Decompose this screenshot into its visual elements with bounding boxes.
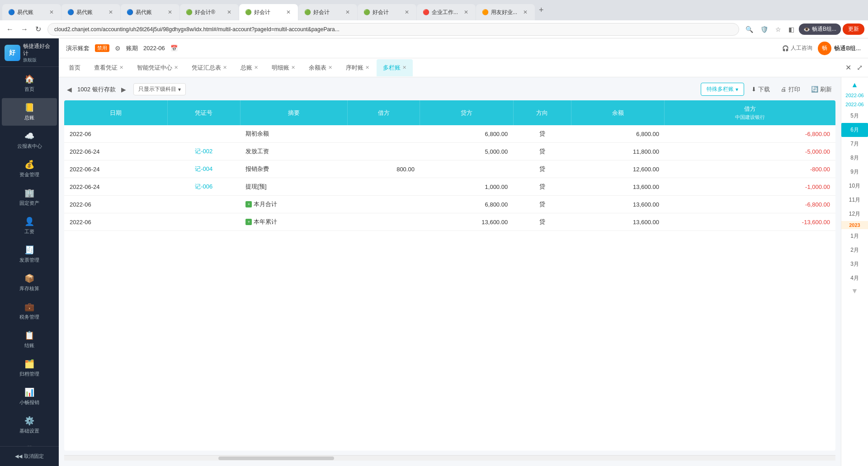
- app-tab-close-3[interactable]: ✕: [223, 65, 227, 71]
- month-7[interactable]: 7月: [841, 137, 868, 151]
- browser-tab-8[interactable]: 🟠 用友好业... ✕: [476, 4, 535, 20]
- month-5[interactable]: 5月: [841, 109, 868, 123]
- voucher-link[interactable]: 记-004: [167, 160, 240, 178]
- url-input[interactable]: [47, 23, 739, 36]
- horizontal-scrollbar[interactable]: [64, 455, 835, 461]
- sidebar-item-首页[interactable]: 🏠 首页: [2, 70, 57, 97]
- unpin-button[interactable]: ◀◀ 取消固定: [2, 450, 57, 462]
- browser-tab-7[interactable]: 🔴 企业工作... ✕: [417, 4, 476, 20]
- account-next-button[interactable]: ▶: [118, 85, 129, 94]
- sidebar-icon[interactable]: ◧: [786, 24, 797, 35]
- refresh-button[interactable]: 🔄 刷新: [807, 84, 835, 95]
- tab-favicon-3: 🟢: [185, 9, 193, 16]
- app-tab-close-8[interactable]: ✕: [402, 65, 406, 71]
- browser-tab-4[interactable]: 🟢 好会计 ✕: [239, 4, 298, 20]
- tab-close-5[interactable]: ✕: [344, 8, 352, 16]
- tab-close-7[interactable]: ✕: [462, 8, 470, 16]
- app-tab-3[interactable]: 凭证汇总表✕: [185, 59, 233, 76]
- stealth-mode-button[interactable]: 👁️ 畅通B组...: [799, 24, 841, 35]
- company-name: 演示账套: [66, 44, 90, 52]
- app-tab-close-7[interactable]: ✕: [365, 65, 369, 71]
- app-tab-0[interactable]: 首页: [62, 59, 87, 76]
- cell-debit: [347, 143, 420, 160]
- nav-icon-0: 🏠: [24, 74, 34, 84]
- new-tab-button[interactable]: +: [535, 5, 547, 15]
- app-tab-close-1[interactable]: ✕: [119, 65, 123, 71]
- app-tab-close-4[interactable]: ✕: [254, 65, 258, 71]
- sidebar-item-发票管理[interactable]: 🧾 发票管理: [2, 240, 57, 268]
- sidebar-item-总账[interactable]: 📒 总账: [2, 98, 57, 126]
- month-9[interactable]: 9月: [841, 165, 868, 179]
- month-11[interactable]: 11月: [841, 193, 868, 207]
- browser-tab-1[interactable]: 🔵 易代账 ✕: [61, 4, 120, 20]
- shield-icon[interactable]: 🛡️: [758, 24, 771, 35]
- app-tab-close-2[interactable]: ✕: [174, 65, 178, 71]
- print-button[interactable]: 🖨 打印: [777, 84, 804, 95]
- app-tab-7[interactable]: 序时账✕: [340, 59, 376, 76]
- app-tab-2[interactable]: 智能凭证中心✕: [131, 59, 184, 76]
- calendar-icon[interactable]: 📅: [170, 45, 178, 52]
- app-tab-8[interactable]: 多栏账✕: [377, 59, 413, 76]
- search-icon[interactable]: 🔍: [743, 24, 756, 35]
- special-multicolumn-button[interactable]: 特殊多栏账 ▾: [701, 83, 744, 96]
- expand-panel-button[interactable]: ⤢: [855, 61, 864, 74]
- app-tab-6[interactable]: 余额表✕: [302, 59, 339, 76]
- month-up-button[interactable]: ▲: [849, 79, 860, 91]
- reload-button[interactable]: ↻: [33, 23, 44, 35]
- close-panel-button[interactable]: ✕: [844, 61, 853, 74]
- tab-close-6[interactable]: ✕: [403, 8, 411, 16]
- sidebar-item-新手引导[interactable]: 📖 新手引导: [2, 440, 57, 446]
- app-tab-close-6[interactable]: ✕: [328, 65, 332, 71]
- account-prev-button[interactable]: ◀: [64, 85, 75, 94]
- sidebar-item-税务管理[interactable]: 💼 税务管理: [2, 297, 57, 325]
- forward-button[interactable]: →: [18, 23, 31, 35]
- sidebar-item-资金管理[interactable]: 💰 资金管理: [2, 155, 57, 183]
- month-8[interactable]: 8月: [841, 151, 868, 165]
- app-tab-1[interactable]: 查看凭证✕: [88, 59, 130, 76]
- tab-close-1[interactable]: ✕: [107, 8, 115, 16]
- tab-close-3[interactable]: ✕: [225, 8, 233, 16]
- star-icon[interactable]: ☆: [773, 24, 784, 35]
- sidebar-item-工资[interactable]: 👤 工资: [2, 212, 57, 240]
- sidebar-item-归档管理[interactable]: 🗂️ 归档管理: [2, 354, 57, 382]
- voucher-link[interactable]: 记-002: [167, 143, 240, 160]
- nav-label-1: 总账: [24, 114, 34, 121]
- app-tab-close-5[interactable]: ✕: [291, 65, 295, 71]
- browser-tab-2[interactable]: 🔵 易代账 ✕: [121, 4, 179, 20]
- app-tab-5[interactable]: 明细账✕: [265, 59, 302, 76]
- scroll-thumb[interactable]: [218, 457, 334, 460]
- month-2023-1[interactable]: 1月: [841, 229, 868, 243]
- sidebar-item-结账[interactable]: 📋 结账: [2, 326, 57, 353]
- month-2023-2[interactable]: 2月: [841, 243, 868, 257]
- print-label: 打印: [788, 85, 800, 94]
- cell-direction: 贷: [513, 160, 571, 178]
- month-2023-4[interactable]: 4月: [841, 271, 868, 285]
- browser-tab-0[interactable]: 🔵 易代账 ✕: [2, 4, 61, 20]
- voucher-link[interactable]: 记-006: [167, 178, 240, 196]
- browser-tab-6[interactable]: 🟢 好会计 ✕: [358, 4, 416, 20]
- tab-close-0[interactable]: ✕: [47, 8, 56, 16]
- month-12[interactable]: 12月: [841, 207, 868, 221]
- sidebar-item-固定资产[interactable]: 🏢 固定资产: [2, 184, 57, 211]
- month-2023-3[interactable]: 3月: [841, 257, 868, 271]
- month-10[interactable]: 10月: [841, 179, 868, 193]
- user-info[interactable]: 畅 畅通B组...: [818, 42, 861, 55]
- download-button[interactable]: ⬇ 下载: [748, 84, 774, 95]
- month-down-button[interactable]: ▼: [849, 285, 860, 297]
- sidebar-item-基础设置[interactable]: ⚙️ 基础设置: [2, 411, 57, 439]
- tab-close-8[interactable]: ✕: [521, 8, 529, 16]
- sidebar-item-小畅报销[interactable]: 📊 小畅报销: [2, 383, 57, 410]
- tab-close-4[interactable]: ✕: [284, 8, 292, 16]
- app-tab-4[interactable]: 总账✕: [234, 59, 264, 76]
- filter-dropdown[interactable]: 只显示下级科目 ▾: [133, 83, 186, 95]
- tab-close-2[interactable]: ✕: [166, 8, 174, 16]
- browser-tab-3[interactable]: 🟢 好会计® ✕: [180, 4, 239, 20]
- settings-icon[interactable]: ⚙: [115, 45, 121, 52]
- browser-tab-5[interactable]: 🟢 好会计 ✕: [298, 4, 357, 20]
- sidebar-item-库存核算[interactable]: 📦 库存核算: [2, 269, 57, 297]
- month-6[interactable]: 6月: [841, 123, 868, 137]
- sidebar-item-云报表中心[interactable]: ☁️ 云报表中心: [2, 127, 57, 154]
- back-button[interactable]: ←: [4, 23, 16, 35]
- customer-service-button[interactable]: 🎧 人工咨询: [782, 44, 812, 52]
- update-button[interactable]: 更新: [843, 24, 864, 35]
